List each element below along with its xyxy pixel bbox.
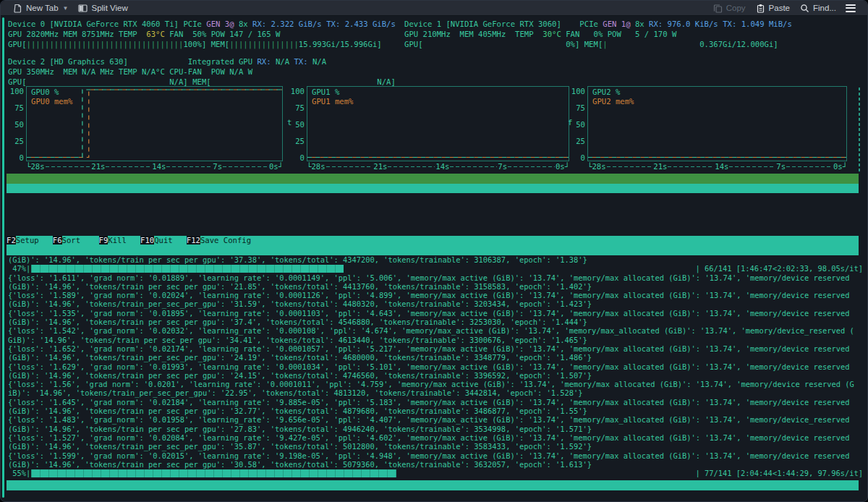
progress-bar-line: 55%|| 77/141 [2:04:44<1:44:29, 97.96s/it…	[8, 469, 863, 477]
process-table-header: PID USER DEV TYPE GPU GPU MEM CPU HOST M…	[7, 174, 859, 184]
chart-x-axis: └28s21s14s7s0s┘	[26, 161, 283, 171]
log-line: {'loss': '1.483', 'grad_norm': '0.01958'…	[8, 415, 863, 424]
paste-button[interactable]: Paste	[751, 1, 795, 15]
copy-button[interactable]: Copy	[708, 1, 751, 15]
chart-x-axis: └28s21s14s7s0s┘	[587, 161, 847, 171]
split-view-icon	[78, 4, 88, 13]
log-line: (GiB)': '14.96', 'tokens/train_per_sec_p…	[8, 460, 863, 469]
clipped-character: t	[287, 118, 292, 127]
log-line: (GiB)': '14.96', 'tokens/train_per_sec_p…	[8, 255, 863, 264]
copy-label: Copy	[726, 4, 746, 12]
chart-legend: GPU2 %GPU2 mem%	[592, 88, 634, 106]
tmux-status-bar-bottom: 0 bash	[7, 480, 859, 490]
paste-label: Paste	[769, 4, 790, 12]
gpu-usage-chart: 1007550250GPU0 %GPU0 mem%└28s21s14s7s0s┘	[7, 86, 283, 172]
training-log[interactable]: (GiB)': '14.96', 'tokens/train_per_sec_p…	[8, 255, 863, 477]
log-line: {'loss': '1.542', 'grad_norm': '0.02032'…	[8, 326, 863, 335]
chart-x-axis: └28s21s14s7s0s┘	[307, 161, 569, 171]
terminal-window: New Tab ▼ Split View Copy	[0, 0, 868, 502]
chart-plot-area: GPU0 %GPU0 mem%	[26, 86, 283, 161]
log-line: (GiB)': '14.96', 'tokens/train_per_sec_p…	[8, 353, 863, 362]
log-line: {'loss': '1.599', 'grad_norm': '0.02015'…	[8, 451, 863, 460]
clipped-panel-border	[859, 88, 860, 171]
split-view-label: Split View	[91, 4, 127, 12]
log-line: (GiB)': '14.96', 'tokens/train_per_sec_p…	[8, 282, 863, 291]
new-tab-button[interactable]: New Tab ▼	[8, 1, 73, 15]
log-line: (GiB)': '14.96', 'tokens/train_per_sec_p…	[8, 442, 863, 451]
progress-stats: | 66/141 [1:46:47<2:02:33, 98.05s/it]	[696, 264, 863, 273]
progress-fill	[31, 265, 344, 273]
log-line: {'loss': '1.589', 'grad_norm': '0.02024'…	[8, 291, 863, 299]
chart-legend: GPU0 %GPU0 mem%	[31, 88, 72, 106]
progress-percent: 47%|	[8, 264, 30, 273]
chevron-down-icon[interactable]: ▼	[63, 5, 69, 12]
paste-icon	[756, 4, 765, 13]
find-label: Find...	[813, 4, 836, 12]
log-line: GiB)': '14.96', 'tokens/train_per_sec_pe…	[8, 336, 863, 344]
gpu-usage-chart: 1007550250tGPU1 %GPU1 mem%└28s21s14s7s0s…	[287, 86, 569, 172]
log-line: {'loss': '1.629', 'grad_norm': '0.01993'…	[8, 362, 863, 371]
chart-y-axis-labels: 1007550250	[7, 88, 24, 161]
log-line: {'loss': '1.645', 'grad_norm': '0.02184'…	[8, 398, 863, 407]
log-line: (GiB)': '14.96', 'tokens/train_per_sec_p…	[8, 425, 863, 433]
log-line: {'loss': '1.56', 'grad_norm': '0.0201', …	[8, 380, 863, 388]
terminal-tab-bar: New Tab ▼ Split View Copy	[1, 1, 867, 16]
terminal-line: GPU 2820MHz MEM 8751MHz TEMP 63°C FAN 50…	[8, 30, 280, 39]
terminal-line: GPU[||||||||||||||||||||||||||||||||||10…	[8, 40, 382, 49]
process-table-row[interactable]: 57065 root 0 Compute 94% 15476MiB 94% 10…	[7, 184, 859, 194]
progress-fill	[31, 469, 396, 477]
log-line: {'loss': '1.611', 'grad_norm': '0.01889'…	[8, 273, 863, 282]
terminal-line: GPU 350MHz MEM N/A MHz TEMP N/A°C CPU-FA…	[8, 67, 252, 77]
log-line: (GiB)': '14.96', 'tokens/train_per_sec_p…	[8, 407, 863, 415]
log-line: (GiB)': '14.96', 'tokens/train_per_sec_p…	[8, 371, 863, 380]
chart-legend: GPU1 %GPU1 mem%	[312, 88, 353, 106]
log-line: (GiB)': '14.96', 'tokens/train_per_sec_p…	[8, 299, 863, 308]
search-icon	[800, 4, 809, 13]
terminal-line: GPU 210MHz MEM 405MHz TEMP 30°C FAN 0% P…	[404, 30, 676, 39]
tmux-status-bar-top: 1 bash	[7, 246, 859, 256]
menu-button[interactable]	[841, 4, 860, 12]
function-key-bar[interactable]: F2Setup F6Sort F9Kill F10Quit F12Save Co…	[7, 236, 859, 246]
progress-percent: 55%|	[8, 469, 30, 477]
log-line: iB)': '14.96', 'tokens/train_per_sec_per…	[8, 388, 863, 397]
active-block-accent	[2, 17, 4, 498]
log-line: {'loss': '1.535', 'grad_norm': '0.01895'…	[8, 309, 863, 318]
copy-icon	[713, 4, 723, 13]
progress-track	[31, 265, 695, 273]
split-view-button[interactable]: Split View	[73, 1, 132, 15]
terminal-line: Device 1 [NVIDIA GeForce RTX 3060] PCIe …	[404, 20, 792, 29]
gpu-usage-chart: 1007550250fGPU2 %GPU2 mem%└28s21s14s7s0s…	[568, 86, 847, 172]
terminal-line: GPU[ 0%] MEM[| 0.367Gi/12.000Gi]	[404, 40, 778, 49]
progress-bar-line: 47%|| 66/141 [1:46:47<2:02:33, 98.05s/it…	[8, 264, 863, 273]
clipped-character: f	[568, 118, 572, 127]
progress-stats: | 77/141 [2:04:44<1:44:29, 97.96s/it]	[696, 469, 863, 477]
log-line: {'loss': '1.652', 'grad_norm': '0.02174'…	[8, 344, 863, 353]
log-line: (GiB)': '14.96', 'tokens/train_per_sec_p…	[8, 318, 863, 326]
terminal-line: Device 0 [NVIDIA GeForce RTX 4060 Ti] PC…	[8, 20, 396, 29]
chart-plot-area: GPU2 %GPU2 mem%	[587, 86, 847, 161]
find-button[interactable]: Find...	[795, 1, 841, 15]
log-line: {'loss': '1.527', 'grad_norm': '0.02084'…	[8, 433, 863, 442]
terminal-line: Device 2 [HD Graphics 630] Integrated GP…	[8, 57, 326, 67]
progress-track	[31, 469, 695, 477]
chart-plot-area: GPU1 %GPU1 mem%	[307, 86, 569, 161]
new-tab-label: New Tab	[26, 4, 59, 12]
new-tab-icon	[13, 4, 22, 13]
